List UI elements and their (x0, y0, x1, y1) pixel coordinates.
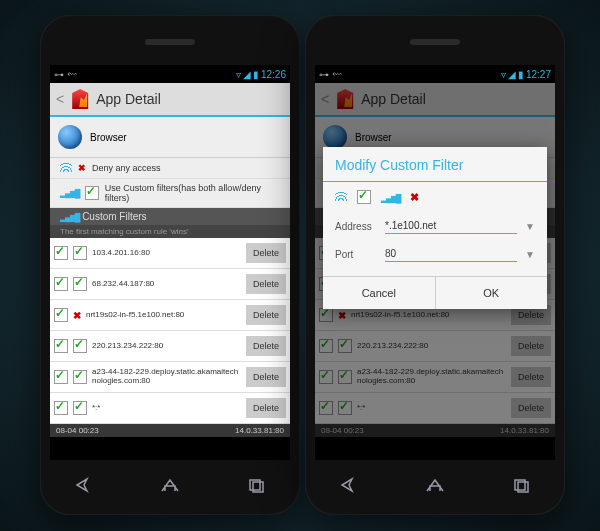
dropdown-icon[interactable]: ▼ (525, 221, 535, 232)
delete-button[interactable]: Delete (511, 367, 551, 387)
delete-button[interactable]: Delete (246, 367, 286, 387)
modify-filter-dialog: Modify Custom Filter Address *.1e100.net… (323, 147, 547, 309)
row-checkbox[interactable] (54, 339, 68, 353)
delete-button[interactable]: Delete (511, 336, 551, 356)
dropdown-icon[interactable]: ▼ (525, 249, 535, 260)
status-bar: ⊶⬳ ▿ ◢ ▮ 12:26 (50, 65, 290, 83)
page-title: App Detail (361, 91, 426, 107)
filter-row[interactable]: nrt19s02-in-f5.1e100.net:80Delete (50, 300, 290, 331)
address-input[interactable]: *.1e100.net (385, 218, 517, 234)
phone-right: ⊶⬳ ▿ ◢ ▮ 12:27 < App Detail Browser Deny… (305, 15, 565, 515)
home-nav-icon[interactable] (159, 477, 181, 493)
cell-icon (60, 188, 79, 198)
option-custom-row[interactable]: Use Custom filters(has both allow/deny f… (50, 179, 290, 208)
delete-button[interactable]: Delete (246, 274, 286, 294)
deny-x-icon[interactable] (410, 191, 419, 204)
back-icon: < (321, 91, 329, 107)
row-checkbox[interactable] (54, 308, 68, 322)
nav-bar (305, 473, 565, 497)
wifi-status-icon: ▿ (236, 69, 241, 80)
page-title: App Detail (96, 91, 161, 107)
allow-icon (338, 401, 352, 415)
battery-icon: ▮ (518, 69, 524, 80)
filter-row[interactable]: *:*Delete (50, 393, 290, 424)
filter-address: 220.213.234.222:80 (357, 342, 506, 351)
dialog-buttons: Cancel OK (323, 276, 547, 309)
row-checkbox[interactable] (319, 339, 333, 353)
back-nav-icon[interactable] (337, 477, 359, 493)
allow-icon (73, 339, 87, 353)
port-field[interactable]: Port 80 ▼ (323, 240, 547, 268)
key-icon: ⊶ (54, 69, 64, 80)
allow-icon (338, 339, 352, 353)
app-name: Browser (355, 132, 392, 143)
browser-icon (323, 125, 347, 149)
filter-row[interactable]: a23-44-182-229.deploy.static.akamaitechn… (315, 362, 555, 393)
allow-icon (73, 277, 87, 291)
delete-button[interactable]: Delete (246, 243, 286, 263)
delete-button[interactable]: Delete (246, 305, 286, 325)
phone-left: ⊶⬳ ▿ ◢ ▮ 12:26 < App Detail Browser Deny… (40, 15, 300, 515)
dialog-icon-row (323, 182, 547, 212)
signal-status-icon: ◢ (243, 69, 251, 80)
title-bar: < App Detail (50, 83, 290, 117)
back-icon[interactable]: < (56, 91, 64, 107)
row-checkbox[interactable] (319, 370, 333, 384)
row-checkbox[interactable] (54, 370, 68, 384)
speaker (145, 39, 195, 45)
wifi-icon[interactable] (335, 191, 347, 203)
app-logo-icon (70, 89, 90, 109)
signal-status-icon: ◢ (508, 69, 516, 80)
app-name: Browser (90, 132, 127, 143)
filter-address: nrt19s02-in-f5.1e100.net:80 (351, 311, 506, 320)
hint-text: The first matching custom rule 'wins' (50, 225, 290, 238)
screen-left: ⊶⬳ ▿ ◢ ▮ 12:26 < App Detail Browser Deny… (50, 65, 290, 460)
filter-address: *:* (357, 404, 506, 413)
allow-icon (73, 370, 87, 384)
filter-row[interactable]: 68.232.44.187:80Delete (50, 269, 290, 300)
adb-icon: ⬳ (332, 69, 342, 80)
field-label: Port (335, 249, 377, 260)
deny-icon (338, 310, 346, 321)
row-checkbox[interactable] (54, 277, 68, 291)
delete-button[interactable]: Delete (246, 398, 286, 418)
recent-nav-icon[interactable] (246, 477, 268, 493)
filter-row[interactable]: 220.213.234.222:80Delete (50, 331, 290, 362)
cell-icon[interactable] (381, 191, 400, 203)
filter-address: a23-44-182-229.deploy.static.akamaitechn… (357, 368, 506, 386)
option-deny-row[interactable]: Deny any access (50, 158, 290, 179)
port-input[interactable]: 80 (385, 246, 517, 262)
row-checkbox[interactable] (54, 401, 68, 415)
key-icon: ⊶ (319, 69, 329, 80)
back-nav-icon[interactable] (72, 477, 94, 493)
delete-button[interactable]: Delete (246, 336, 286, 356)
filter-row[interactable]: 103.4.201.16:80Delete (50, 238, 290, 269)
home-nav-icon[interactable] (424, 477, 446, 493)
filter-row[interactable]: *:*Delete (315, 393, 555, 424)
row-checkbox[interactable] (319, 401, 333, 415)
filter-address: 220.213.234.222:80 (92, 342, 241, 351)
battery-icon: ▮ (253, 69, 259, 80)
wifi-icon (60, 162, 72, 174)
cell-icon (60, 211, 79, 222)
cancel-button[interactable]: Cancel (323, 277, 436, 309)
browser-icon (58, 125, 82, 149)
delete-button[interactable]: Delete (511, 398, 551, 418)
ok-button[interactable]: OK (436, 277, 548, 309)
row-checkbox[interactable] (54, 246, 68, 260)
title-bar: < App Detail (315, 83, 555, 117)
filter-address: *:* (92, 404, 241, 413)
field-label: Address (335, 221, 377, 232)
footer-bar: 08-04 00:23 14.0.33.81:80 (315, 424, 555, 437)
filter-row[interactable]: 220.213.234.222:80Delete (315, 331, 555, 362)
address-field[interactable]: Address *.1e100.net ▼ (323, 212, 547, 240)
allow-checkbox[interactable] (357, 190, 371, 204)
footer-bar: 08-04 00:23 14.0.33.81:80 (50, 424, 290, 437)
allow-icon (73, 401, 87, 415)
section-header: Custom Filters (50, 208, 290, 225)
filter-row[interactable]: a23-44-182-229.deploy.static.akamaitechn… (50, 362, 290, 393)
footer-time: 08-04 00:23 (56, 426, 99, 435)
footer-ip: 14.0.33.81:80 (235, 426, 284, 435)
row-checkbox[interactable] (319, 308, 333, 322)
recent-nav-icon[interactable] (511, 477, 533, 493)
